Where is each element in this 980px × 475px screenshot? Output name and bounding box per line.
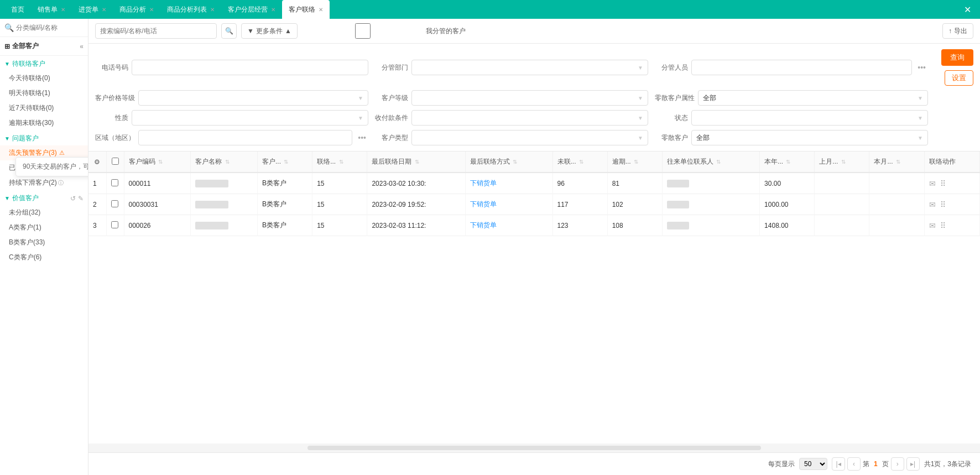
sort-icon-unitcontact[interactable]: ⇅ xyxy=(716,159,721,165)
row-select-checkbox[interactable] xyxy=(111,221,118,228)
tab-analysis-list[interactable]: 商品分析列表 ✕ xyxy=(160,0,221,19)
select-all-checkbox[interactable] xyxy=(112,158,119,165)
row-last-way[interactable]: 下销货单 xyxy=(465,173,552,194)
filter-price-grade-select[interactable]: ▼ xyxy=(138,90,368,106)
sidebar-item-class-c[interactable]: C类客户(6) xyxy=(0,250,88,265)
filter-search-btn[interactable]: 🔍 xyxy=(221,23,237,39)
sidebar-item-unclassified[interactable]: 未分组(32) xyxy=(0,205,88,220)
tab-customer-contact[interactable]: 客户联络 ✕ xyxy=(282,0,330,19)
sort-icon-name[interactable]: ⇅ xyxy=(225,159,230,165)
filter-customer-grade-select[interactable]: ▼ xyxy=(411,90,648,106)
row-checkbox[interactable] xyxy=(106,215,124,236)
filter-customer-type-select[interactable]: ▼ xyxy=(411,130,648,145)
filter-phone-input[interactable] xyxy=(132,60,368,75)
tab-customer-layer[interactable]: 客户分层经营 ✕ xyxy=(221,0,282,19)
row-last-way[interactable]: 下销货单 xyxy=(465,215,552,236)
scroll-track xyxy=(307,446,761,450)
filter-scatter-attr-select[interactable]: 全部 ▼ xyxy=(698,90,928,106)
tab-home[interactable]: 首页 xyxy=(4,0,31,19)
filter-nature-label: 性质 xyxy=(95,113,128,123)
action-contact-icon[interactable]: ✉ xyxy=(929,179,936,188)
filter-dept-select[interactable]: ▼ xyxy=(411,60,648,75)
sort-icon-thisyear[interactable]: ⇅ xyxy=(786,159,790,165)
row-last-date: 2023-02-09 19:52: xyxy=(367,194,465,215)
sidebar-item-declining[interactable]: 持续下滑客户(2) ⓘ xyxy=(0,175,88,190)
action-more-icon[interactable]: ⠿ xyxy=(940,221,946,230)
first-page-btn[interactable]: |◂ xyxy=(832,457,845,471)
filter-nature: 性质 ▼ xyxy=(95,110,368,126)
close-tab-customer-contact[interactable]: ✕ xyxy=(319,7,323,13)
row-checkbox[interactable] xyxy=(106,194,124,215)
settings-button[interactable]: 设置 xyxy=(945,70,973,86)
action-contact-icon[interactable]: ✉ xyxy=(929,200,936,209)
sidebar-group-problem[interactable]: ▼ 问题客户 xyxy=(0,131,88,145)
filter-price-grade: 客户价格等级 ▼ xyxy=(95,90,368,106)
tab-sales[interactable]: 销售单 ✕ xyxy=(31,0,72,19)
grid-icon: ⊞ xyxy=(4,43,10,50)
action-more-icon[interactable]: ⠿ xyxy=(940,179,946,188)
my-customers-checkbox[interactable] xyxy=(302,23,424,39)
tab-analysis[interactable]: 商品分析 ✕ xyxy=(113,0,160,19)
more-btn-manager[interactable]: ••• xyxy=(915,63,928,72)
col-settings[interactable]: ⚙ xyxy=(88,152,106,173)
row-last-way[interactable]: 下销货单 xyxy=(465,194,552,215)
filter-row-2: 客户价格等级 ▼ 客户等级 ▼ 零散客户属性 全部 xyxy=(95,90,973,106)
sort-icon-overdue[interactable]: ⇅ xyxy=(634,159,638,165)
close-tab-purchase[interactable]: ✕ xyxy=(102,7,106,13)
more-btn-region[interactable]: ••• xyxy=(356,133,368,142)
close-tab-sales[interactable]: ✕ xyxy=(61,7,65,13)
sidebar-item-7day-pending[interactable]: 近7天待联络(0) xyxy=(0,101,88,116)
sidebar-all-customers[interactable]: ⊞ 全部客户 « xyxy=(0,37,88,56)
query-button[interactable]: 查询 xyxy=(941,49,973,66)
row-select-checkbox[interactable] xyxy=(111,200,118,207)
sidebar-item-today-pending[interactable]: 今天待联络(0) xyxy=(0,71,88,86)
close-tab-analysis-list[interactable]: ✕ xyxy=(210,7,215,13)
tab-purchase[interactable]: 进货单 ✕ xyxy=(72,0,113,19)
chevron-down-icon-scattercust: ▼ xyxy=(918,135,923,141)
horizontal-scroll[interactable] xyxy=(88,443,980,452)
advanced-filter-panel: 电话号码 分管部门 ▼ 分管人员 ••• xyxy=(88,44,980,152)
filter-manager-select[interactable] xyxy=(691,60,912,75)
edit-icon[interactable]: ✎ xyxy=(78,195,84,202)
sidebar-group-value[interactable]: ▼ 价值客户 ↺ ✎ xyxy=(0,190,88,205)
next-page-btn[interactable]: › xyxy=(891,457,904,471)
action-contact-icon[interactable]: ✉ xyxy=(929,221,936,230)
sort-icon-thismonth[interactable]: ⇅ xyxy=(896,159,900,165)
action-more-icon[interactable]: ⠿ xyxy=(940,200,946,209)
sidebar-item-class-a[interactable]: A类客户(1) xyxy=(0,220,88,235)
filter-status-select[interactable]: ▼ xyxy=(691,110,928,126)
close-tab-customer-layer[interactable]: ✕ xyxy=(271,7,275,13)
sidebar-group-pending[interactable]: ▼ 待联络客户 xyxy=(0,56,88,71)
filter-scatter-customer-select[interactable]: 全部 ▼ xyxy=(691,130,928,145)
per-page-select[interactable]: 50 100 200 xyxy=(799,458,827,470)
sort-icon-code[interactable]: ⇅ xyxy=(158,159,163,165)
refresh-icon[interactable]: ↺ xyxy=(70,195,76,202)
row-checkbox[interactable] xyxy=(106,173,124,194)
filter-region-select[interactable] xyxy=(138,130,352,145)
close-tab-analysis[interactable]: ✕ xyxy=(149,7,154,13)
more-filter-btn[interactable]: ▼ 更多条件 ▲ xyxy=(241,23,298,39)
row-select-checkbox[interactable] xyxy=(111,179,118,186)
col-code: 客户编码 ⇅ xyxy=(124,152,191,173)
sidebar-item-class-b[interactable]: B类客户(33) xyxy=(0,235,88,250)
sidebar-collapse-btn[interactable]: « xyxy=(80,43,84,50)
sidebar-item-tomorrow-pending[interactable]: 明天待联络(1) xyxy=(0,86,88,101)
col-actions: 联络动作 xyxy=(924,152,979,173)
sidebar-search-input[interactable] xyxy=(16,24,88,32)
sort-icon-type[interactable]: ⇅ xyxy=(284,159,288,165)
search-input[interactable] xyxy=(95,23,217,39)
sort-icon-lastmonth[interactable]: ⇅ xyxy=(841,159,846,165)
my-customers-check[interactable]: 我分管的客户 xyxy=(302,23,466,39)
filter-nature-select[interactable]: ▼ xyxy=(132,110,368,126)
filter-payment-select[interactable]: ▼ xyxy=(411,110,648,126)
window-close-btn[interactable]: ✕ xyxy=(960,4,976,15)
sort-icon-notcontact[interactable]: ⇅ xyxy=(579,159,583,165)
sort-icon-lastdate[interactable]: ⇅ xyxy=(415,159,419,165)
last-page-btn[interactable]: ▸| xyxy=(906,457,920,471)
sidebar-item-overdue-contact[interactable]: 逾期未联络(30) xyxy=(0,116,88,131)
sort-icon-lastway[interactable]: ⇅ xyxy=(513,159,517,165)
prev-page-btn[interactable]: ‹ xyxy=(847,457,861,471)
export-btn[interactable]: ↑ 导出 xyxy=(942,23,973,39)
sort-icon-contact[interactable]: ⇅ xyxy=(339,159,343,165)
info-icon-2: ⓘ xyxy=(58,179,64,187)
